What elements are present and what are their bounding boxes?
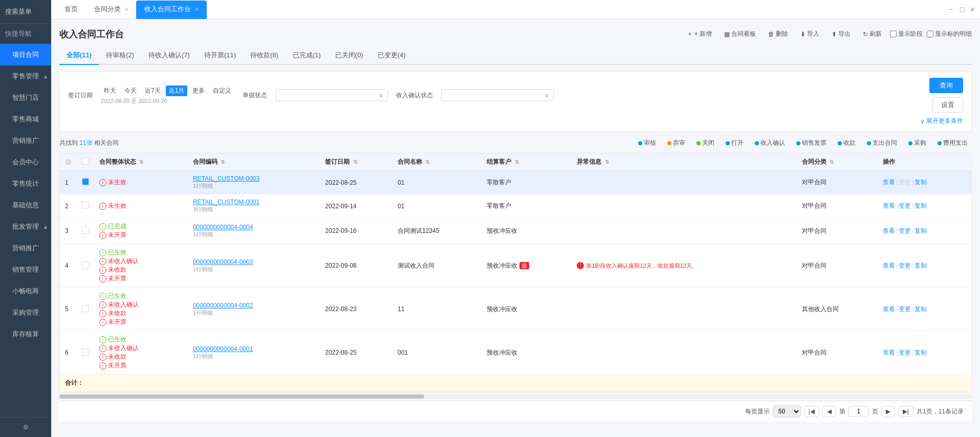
select-all-checkbox[interactable] [82,158,89,165]
filter-tab-closed[interactable]: 已关闭(0) [328,47,371,65]
op-btn-复制[interactable]: 复制 [914,349,927,356]
contract-code-link[interactable]: 0000000000004-0002 [193,302,253,309]
sidebar-item-retail-mgmt[interactable]: 零售管理 [0,65,51,87]
sidebar-settings[interactable]: ⚙ [0,417,51,437]
filter-tab-pending-payment[interactable]: 待收款(8) [243,47,286,65]
tab-close-icon[interactable]: × [970,5,975,14]
op-btn-变更[interactable]: 变更 [899,179,911,186]
sidebar-item-member[interactable]: 会员中心 [0,151,51,173]
action-btn-expense-pay[interactable]: 费用支出 [933,137,972,149]
sidebar-item-base-info[interactable]: 基础信息 [0,194,51,216]
date-opt-近7天[interactable]: 近7天 [142,85,164,96]
action-btn-purchase[interactable]: 采购 [904,137,930,149]
action-btn-abandon[interactable]: 弃审 [663,137,689,149]
row-checkbox[interactable] [82,261,89,269]
show-stage-checkbox[interactable]: 显示阶段 [890,30,923,38]
next-page-btn[interactable]: ▶ [881,406,895,417]
row-checkbox[interactable] [82,348,89,356]
op-btn-复制[interactable]: 复制 [914,179,927,186]
tab-restore-icon[interactable]: □ [960,5,965,14]
expand-conditions-btn[interactable]: ∨ 展开更多条件 [920,117,963,125]
contract-code-link[interactable]: RETAIL_CUSTOM-0003 [193,175,259,182]
date-opt-近1月[interactable]: 近1月 [166,85,188,96]
refresh-button[interactable]: ↻ 刷新 [859,28,886,40]
row-checkbox[interactable] [82,202,89,209]
op-btn-变更[interactable]: 变更 [899,305,911,313]
delete-button[interactable]: 🗑 删除 [764,28,792,40]
sidebar-item-project[interactable]: 项目合同 [0,44,51,65]
sidebar-item-purchase[interactable]: 采购管理 [0,302,51,323]
show-detail-checkbox[interactable]: 显示标的明细 [927,30,972,38]
filter-tab-changed[interactable]: 已变更(4) [371,47,413,65]
row-checkbox[interactable] [82,178,89,185]
sidebar-item-xiaochang[interactable]: 小畅电商 [0,280,51,302]
filter-tab-completed[interactable]: 已完成(1) [286,47,328,65]
tab-home[interactable]: 首页 [56,1,86,19]
op-btn-查看[interactable]: 查看 [883,202,895,209]
tab-collapse-icon[interactable]: － [947,4,955,15]
sidebar-item-sales-promo[interactable]: 营销推广 [0,237,51,259]
date-opt-更多[interactable]: 更多 [189,85,208,96]
contract-code-link[interactable]: RETAIL_CUSTOM-0001 [193,199,259,206]
export-button[interactable]: ⬆ 导出 [827,28,855,40]
tab-contract-type[interactable]: 合同分类 × [86,1,136,19]
import-button[interactable]: ⬇ 导入 [796,28,823,40]
sidebar-item-smart-store[interactable]: 智慧门店 [0,87,51,108]
op-btn-查看[interactable]: 查看 [883,262,895,269]
filter-tab-pending-income[interactable]: 待收入确认(7) [141,47,197,65]
tab-income-workbench-close[interactable]: × [195,6,198,12]
horizontal-scrollbar[interactable] [59,395,972,399]
tab-income-workbench[interactable]: 收入合同工作台 × [136,1,206,19]
action-btn-audit[interactable]: 审核 [634,137,660,149]
sidebar-nav[interactable]: 快捷导航 [0,24,51,44]
page-input[interactable] [848,406,869,417]
contract-code-link[interactable]: 0000000000004-0003 [193,258,253,266]
action-btn-payment[interactable]: 收款 [834,137,860,149]
action-btn-close[interactable]: 关闭 [692,137,718,149]
filter-tab-pending-review[interactable]: 待审核(2) [99,47,141,65]
op-btn-查看[interactable]: 查看 [883,227,895,234]
op-btn-复制[interactable]: 复制 [914,227,927,234]
op-btn-查看[interactable]: 查看 [883,349,895,356]
tab-contract-type-close[interactable]: × [125,6,128,12]
action-btn-print[interactable]: 打开 [722,137,748,149]
op-btn-查看[interactable]: 查看 [883,305,895,313]
op-btn-变更[interactable]: 变更 [899,349,911,356]
settings-icon[interactable]: ⚙ [65,158,72,166]
sidebar-search[interactable]: 搜索菜单 [0,0,51,24]
first-page-btn[interactable]: |◀ [804,406,819,417]
query-button[interactable]: 查询 [929,78,963,93]
set-button[interactable]: 设置 [932,97,963,113]
sidebar-item-batch-mgmt[interactable]: 批发管理 [0,216,51,237]
action-btn-expense-out[interactable]: 支出合同 [863,137,901,149]
op-btn-变更[interactable]: 变更 [899,262,911,269]
sidebar-item-retail-stat[interactable]: 零售统计 [0,173,51,194]
income-confirm-select[interactable]: ∨ [441,89,554,101]
per-page-select[interactable]: 50 100 200 [773,405,801,418]
op-btn-复制[interactable]: 复制 [914,305,927,313]
sidebar-item-marketing[interactable]: 营销推广 [0,130,51,151]
add-button[interactable]: ＋ + 新增 [683,28,716,40]
last-page-btn[interactable]: ▶| [898,406,913,417]
row-checkbox[interactable] [82,227,89,234]
filter-tab-pending-invoice[interactable]: 待开票(11) [197,47,243,65]
sidebar-item-retail-mall[interactable]: 零售商城 [0,108,51,130]
sidebar-item-sales-mgmt[interactable]: 销售管理 [0,259,51,280]
date-opt-今天[interactable]: 今天 [121,85,140,96]
sidebar-item-inventory[interactable]: 库存核算 [0,323,51,345]
doc-status-select[interactable]: ∨ [275,89,388,101]
op-btn-复制[interactable]: 复制 [914,202,927,209]
op-btn-查看[interactable]: 查看 [883,179,895,186]
op-btn-变更[interactable]: 变更 [899,227,911,234]
date-opt-自定义[interactable]: 自定义 [210,85,234,96]
contract-code-link[interactable]: 0000000000004-0001 [193,345,253,353]
date-opt-昨天[interactable]: 昨天 [101,85,119,96]
row-checkbox[interactable] [82,305,89,312]
action-btn-income-confirm[interactable]: 收入确认 [751,137,789,149]
prev-page-btn[interactable]: ◀ [822,406,836,417]
board-button[interactable]: ▦ 合同看板 [720,28,760,40]
op-btn-复制[interactable]: 复制 [914,262,927,269]
action-btn-sales-invoice[interactable]: 销售发票 [792,137,831,149]
filter-tab-all[interactable]: 全部(11) [59,47,99,65]
op-btn-变更[interactable]: 变更 [899,202,911,209]
